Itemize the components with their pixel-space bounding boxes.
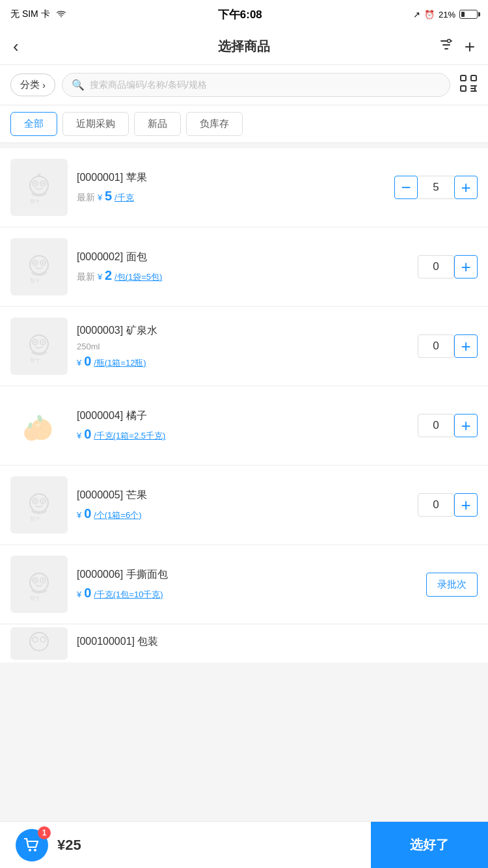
cart-area: 1 ¥25 [0,829,371,861]
svg-point-55 [34,848,36,851]
product-image-000100001 [10,627,68,660]
product-price-0000003: ¥ 0 /瓶(1箱=12瓶) [77,354,409,369]
product-price-0000001: 最新 ¥ 5 /千克 [77,189,385,204]
svg-point-53 [40,637,46,642]
product-info-0000004: [0000004] 橘子 ¥ 0 /千克(1箱=2.5千克) [77,409,409,442]
svg-point-52 [33,637,38,642]
qty-plus-0000005[interactable]: + [454,493,478,517]
tab-negative[interactable]: 负库存 [186,112,243,136]
cart-total: ¥25 [57,837,81,854]
qty-minus-0000001[interactable]: − [394,176,418,199]
product-price-0000006: ¥ 0 /千克(1包=10千克) [77,586,417,601]
add-button[interactable]: + [465,36,475,57]
status-time: 下午6:08 [218,7,262,22]
orange-illustration [23,409,55,442]
tab-recent[interactable]: 近期采购 [62,112,129,136]
svg-point-16 [42,183,44,185]
category-label: 分类 [20,79,40,91]
svg-point-42 [34,500,36,502]
product-name-0000006: [0000006] 手撕面包 [77,568,417,582]
svg-point-45 [30,573,48,591]
bottom-bar: 1 ¥25 选好了 [0,821,488,868]
nav-right: + [439,36,488,57]
product-image-0000006: 智十 [10,556,68,613]
product-item-0000005: 智十 [0000005] 芒果 ¥ 0 /个(1箱=6个) + [0,466,488,544]
product-image-0000003: 智十 [10,318,68,375]
qty-plus-0000002[interactable]: + [454,255,478,278]
product-info-000100001: [000100001] 包装 [77,635,478,653]
product-item-0000003: 智十 [0000003] 矿泉水 250ml ¥ 0 /瓶(1箱=12瓶) + [0,307,488,385]
product-info-0000001: [0000001] 苹果 最新 ¥ 5 /千克 [77,171,385,204]
carrier-text: 无 SIM 卡 [10,8,50,20]
battery-percent: 21% [439,10,455,20]
batch-button-0000006[interactable]: 录批次 [426,573,478,597]
tab-new[interactable]: 新品 [134,112,181,136]
product-list: 智十 [0000001] 苹果 最新 ¥ 5 /千克 − + [0,148,488,662]
qty-control-0000005: + [418,493,478,517]
product-name-0000002: [0000002] 面包 [77,251,409,264]
filter-icon[interactable] [439,37,454,57]
status-right: ↗ ⏰ 21% [413,10,478,20]
qty-input-0000001[interactable] [418,176,454,199]
svg-text:智十: 智十 [30,357,40,362]
svg-point-12 [30,176,48,195]
product-info-0000005: [0000005] 芒果 ¥ 0 /个(1箱=6个) [77,489,409,521]
placeholder-owl-icon: 智十 [23,251,55,283]
search-box[interactable]: 🔍 搜索商品编码/名称/条码/规格 [62,73,450,97]
status-bar: 无 SIM 卡 下午6:08 ↗ ⏰ 21% [0,0,488,29]
svg-rect-5 [461,75,466,81]
status-left: 无 SIM 卡 [10,8,67,20]
page-title: 选择商品 [218,38,270,55]
svg-text:智十: 智十 [30,278,40,283]
cart-badge: 1 [38,826,51,839]
nav-left: ‹ [0,36,19,57]
qty-input-0000003[interactable] [418,334,454,358]
cart-icon-wrap[interactable]: 1 [16,829,48,861]
product-price-0000002: 最新 ¥ 2 /包(1袋=5包) [77,268,409,283]
svg-point-51 [30,632,48,651]
product-name-0000005: [0000005] 芒果 [77,489,409,502]
product-price-0000005: ¥ 0 /个(1箱=6个) [77,506,409,521]
battery-icon [459,10,478,19]
svg-rect-7 [461,86,466,91]
svg-point-48 [34,580,36,582]
location-icon: ↗ [413,10,420,20]
product-price-0000004: ¥ 0 /千克(1箱=2.5千克) [77,427,409,442]
qty-input-0000002[interactable] [418,255,454,278]
filter-row: 分类 › 🔍 搜索商品编码/名称/条码/规格 [0,65,488,105]
svg-point-18 [30,256,48,274]
qty-plus-0000003[interactable]: + [454,334,478,358]
svg-point-28 [42,342,44,344]
tab-row: 全部 近期采购 新品 负库存 [0,105,488,143]
qty-plus-0000001[interactable]: + [454,176,478,199]
qty-plus-0000004[interactable]: + [454,414,478,437]
qty-control-0000004: + [418,414,478,437]
product-item-0000001: 智十 [0000001] 苹果 最新 ¥ 5 /千克 − + [0,148,488,226]
qty-control-0000001: − + [394,176,478,199]
product-name-0000001: [0000001] 苹果 [77,171,385,185]
nav-bar: ‹ 选择商品 + [0,29,488,65]
svg-point-39 [30,494,48,512]
product-item-0000004: [0000004] 橘子 ¥ 0 /千克(1箱=2.5千克) + [0,387,488,465]
svg-text:智十: 智十 [30,516,40,521]
svg-text:智十: 智十 [30,198,40,204]
wifi-icon [55,10,67,19]
product-name-0000003: [0000003] 矿泉水 [77,324,409,338]
svg-point-43 [42,500,44,502]
category-button[interactable]: 分类 › [10,74,55,96]
cart-icon [23,836,41,854]
product-info-0000002: [0000002] 面包 最新 ¥ 2 /包(1袋=5包) [77,251,409,283]
alarm-icon: ⏰ [424,10,435,20]
placeholder-owl-icon: 智十 [23,330,55,362]
svg-point-24 [30,335,48,353]
placeholder-owl-icon: 智十 [23,171,55,204]
placeholder-owl-icon: 智十 [23,489,55,521]
back-button[interactable]: ‹ [13,36,19,57]
confirm-button[interactable]: 选好了 [371,822,488,869]
product-info-0000006: [0000006] 手撕面包 ¥ 0 /千克(1包=10千克) [77,568,417,601]
qty-input-0000005[interactable] [418,493,454,517]
category-arrow: › [42,79,46,90]
tab-all[interactable]: 全部 [10,112,57,136]
scan-icon[interactable] [459,74,478,96]
qty-input-0000004[interactable] [418,414,454,437]
